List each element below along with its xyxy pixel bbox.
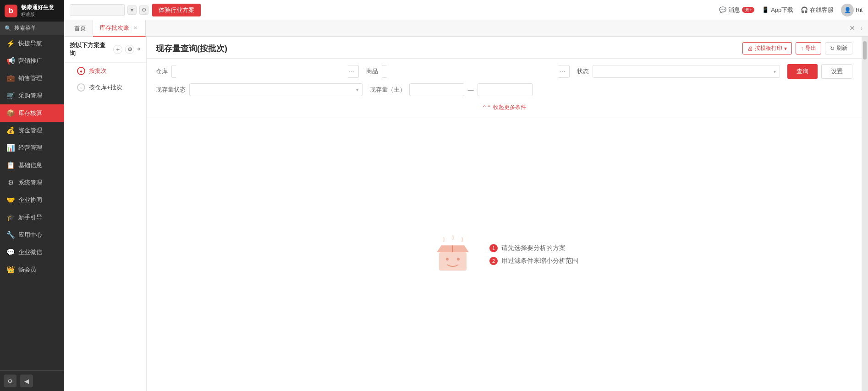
left-panel-header-actions: ＋ ⚙ « — [113, 45, 141, 54]
query-btn[interactable]: 查询 — [787, 64, 818, 79]
filter-group-product: 商品 ··· — [366, 65, 569, 78]
range-dash: — — [468, 87, 474, 93]
guide-icon: 🎓 — [6, 213, 15, 222]
print-btn[interactable]: 🖨 按模板打印 ▾ — [742, 42, 792, 54]
sidebar-item-inventory[interactable]: 📦 库存核算 — [0, 104, 64, 122]
empty-tip-2: 2 用过滤条件来缩小分析范围 — [489, 257, 578, 265]
warehouse-input-wrapper[interactable]: ··· — [171, 65, 359, 78]
tip-text-2: 用过滤条件来缩小分析范围 — [501, 257, 578, 265]
setting-btn[interactable]: 设置 — [821, 64, 852, 79]
tab-inventory-batch[interactable]: 库存批次账 ✕ — [93, 20, 146, 37]
lightning-icon: ⚡ — [6, 39, 15, 48]
tip-num-2: 2 — [489, 257, 498, 265]
product-input[interactable] — [386, 65, 559, 78]
plan-item-by-batch[interactable]: ● 按批次 — [64, 63, 146, 79]
online-service-action[interactable]: 🎧 在线客服 — [801, 6, 834, 14]
sidebar-item-quick-nav[interactable]: ⚡ 快捷导航 — [0, 35, 64, 52]
sidebar-item-purchase[interactable]: 🛒 采购管理 — [0, 87, 64, 104]
filter-row-2: 现存量状态 ▾ 现存量（主） — — [156, 83, 852, 96]
refresh-btn[interactable]: ↻ 刷新 — [825, 42, 852, 54]
export-icon: ↑ — [801, 45, 803, 52]
plan-item-dot-inactive: ○ — [77, 83, 85, 92]
right-scrollbar[interactable] — [862, 37, 868, 391]
topbar-search-input[interactable] — [70, 4, 125, 16]
collapse-sidebar-btn[interactable]: ◀ — [20, 375, 33, 387]
messages-label: 消息 — [728, 6, 740, 14]
tip-num-1: 1 — [489, 244, 498, 252]
trial-btn[interactable]: 体验行业方案 — [152, 4, 201, 16]
sidebar-item-guide[interactable]: 🎓 新手引导 — [0, 209, 64, 226]
sidebar-search-label: 搜索菜单 — [14, 24, 36, 32]
sidebar-item-system[interactable]: ⚙ 系统管理 — [0, 174, 64, 191]
scrollbar-thumb — [863, 41, 867, 60]
page-actions: 🖨 按模板打印 ▾ ↑ 导出 ↻ 刷新 — [742, 42, 852, 54]
sidebar-item-operations[interactable]: 📊 经营管理 — [0, 139, 64, 157]
filter-range-qty: — — [409, 83, 533, 96]
sidebar-item-app-center[interactable]: 🔧 应用中心 — [0, 226, 64, 244]
status-label: 状态 — [577, 67, 589, 76]
sidebar-item-finance[interactable]: 💰 资金管理 — [0, 122, 64, 139]
sidebar: b 畅康通好生意 标准版 🔍 搜索菜单 ⚡ 快捷导航 📢 营销推广 💼 销售管理… — [0, 0, 64, 391]
sidebar-item-collab[interactable]: 🤝 企业协同 — [0, 191, 64, 209]
status-select[interactable]: ▾ — [593, 65, 780, 78]
message-badge: 99+ — [742, 7, 754, 13]
svg-point-4 — [457, 258, 460, 261]
warehouse-input[interactable] — [176, 65, 349, 78]
tab-home[interactable]: 首页 — [68, 20, 93, 37]
collapse-left-panel-btn[interactable]: « — [137, 45, 141, 54]
app-title: 畅康通好生意 — [21, 4, 60, 11]
settings-btn[interactable]: ⚙ — [4, 375, 16, 387]
sidebar-item-label: 库存核算 — [18, 109, 42, 117]
product-more-btn[interactable]: ··· — [559, 67, 565, 76]
sidebar-item-label: 快捷导航 — [18, 39, 42, 48]
messages-action[interactable]: 💬 消息 99+ — [719, 6, 754, 14]
settings-plan-btn[interactable]: ⚙ — [125, 45, 134, 54]
headset-icon: 🎧 — [801, 6, 808, 13]
sidebar-item-member[interactable]: 👑 畅会员 — [0, 261, 64, 278]
app-download-action[interactable]: 📱 App下载 — [762, 6, 793, 14]
qty-max-input-wrapper[interactable] — [478, 83, 533, 96]
sidebar-item-label: 系统管理 — [18, 179, 42, 187]
message-icon: 💬 — [719, 6, 726, 13]
warehouse-more-btn[interactable]: ··· — [349, 67, 355, 76]
sidebar-item-sales[interactable]: 💼 销售管理 — [0, 70, 64, 87]
plan-item-by-warehouse-batch[interactable]: ○ 按仓库+批次 — [64, 79, 146, 96]
filter-group-status: 状态 ▾ — [577, 65, 780, 78]
money-icon: 💰 — [6, 126, 15, 135]
box-icon: 📦 — [6, 109, 15, 117]
svg-rect-0 — [439, 252, 467, 271]
refresh-icon: ↻ — [830, 45, 835, 52]
topbar-settings-btn[interactable]: ⚙ — [139, 5, 148, 15]
app-download-label: App下载 — [771, 6, 793, 14]
filter-group-inventory-status: 现存量状态 ▾ — [156, 83, 363, 96]
qty-min-input[interactable] — [413, 87, 460, 93]
sidebar-nav: ⚡ 快捷导航 📢 营销推广 💼 销售管理 🛒 采购管理 📦 库存核算 💰 资金管… — [0, 35, 64, 370]
tab-close-btn[interactable]: ✕ — [132, 25, 139, 32]
qty-max-input[interactable] — [482, 87, 528, 93]
tab-panel-expand-btn[interactable]: › — [859, 25, 864, 32]
empty-tips: 1 请先选择要分析的方案 2 用过滤条件来缩小分析范围 — [489, 244, 578, 265]
export-btn[interactable]: ↑ 导出 — [796, 42, 821, 54]
qty-min-input-wrapper[interactable] — [409, 83, 464, 96]
user-profile-action[interactable]: 👤 Rit — [841, 4, 863, 16]
sidebar-item-basic-info[interactable]: 📋 基础信息 — [0, 157, 64, 174]
product-input-wrapper[interactable]: ··· — [382, 65, 569, 78]
chart-icon: 📊 — [6, 144, 15, 152]
inventory-status-select[interactable]: ▾ — [189, 83, 363, 96]
topbar-search-area: ▾ ⚙ — [70, 4, 148, 16]
content-area: 按以下方案查询 ＋ ⚙ « ● 按批次 ○ 按仓库+批次 现存量查询(按批次) — [64, 37, 868, 391]
sidebar-item-marketing[interactable]: 📢 营销推广 — [0, 52, 64, 70]
inventory-status-label: 现存量状态 — [156, 86, 186, 94]
add-plan-btn[interactable]: ＋ — [113, 45, 122, 54]
sidebar-item-label: 企业微信 — [18, 248, 42, 256]
sidebar-item-wechat[interactable]: 💬 企业微信 — [0, 244, 64, 261]
sidebar-search[interactable]: 🔍 搜索菜单 — [0, 22, 64, 35]
sidebar-header: b 畅康通好生意 标准版 — [0, 0, 64, 22]
sidebar-item-label: 采购管理 — [18, 92, 42, 100]
sidebar-item-label: 销售管理 — [18, 74, 42, 82]
topbar-dropdown-btn[interactable]: ▾ — [127, 5, 137, 15]
megaphone-icon: 📢 — [6, 57, 15, 65]
left-panel-title: 按以下方案查询 — [70, 41, 110, 58]
tab-panel-close-btn[interactable]: ✕ — [846, 22, 859, 34]
collapse-more-btn[interactable]: ⌃⌃ 收起更多条件 — [156, 101, 852, 112]
